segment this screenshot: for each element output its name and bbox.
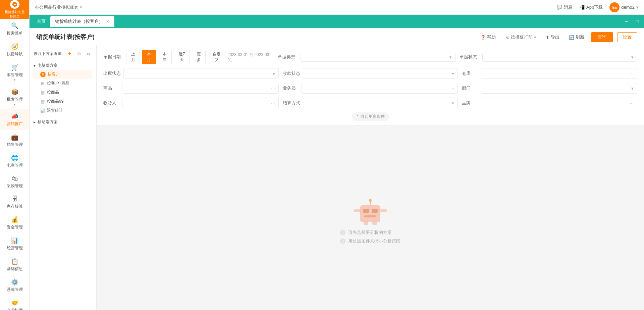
- salesperson-label: 业务员: [283, 85, 299, 91]
- outbound-label: 出库状态: [103, 70, 121, 76]
- filter-cell-warehouse: 仓库 ···: [462, 68, 637, 79]
- filter-cell-receiver: 收货人 ···: [103, 98, 279, 108]
- scheme-group-mobile: ▸ 移动端方案: [30, 116, 96, 127]
- filter-cell-brand: 品牌 ···: [462, 98, 637, 108]
- order-status-select[interactable]: ▾: [482, 53, 637, 62]
- sidebar-item-search[interactable]: 🔍 搜索菜单: [0, 19, 30, 40]
- payment-select[interactable]: ▾: [303, 68, 458, 79]
- sidebar-item-inventory[interactable]: 🗄 库存核算: [0, 192, 30, 213]
- retail-chevron: ▾: [14, 78, 15, 82]
- user-profile[interactable]: Ea demo2 ▾: [609, 2, 639, 12]
- ecom-icon: 🌐: [11, 154, 18, 162]
- tab-close-btn[interactable]: ✕: [105, 19, 110, 24]
- brand-label: 品牌: [462, 100, 478, 106]
- group-label2: 移动端方案: [38, 119, 58, 125]
- compass-icon: 🧭: [11, 43, 18, 50]
- order-type-select[interactable]: ▾: [301, 53, 455, 62]
- sidebar-item-purchase[interactable]: 🛍 采购管理: [0, 172, 30, 192]
- scheme-add-btn[interactable]: +: [66, 50, 73, 57]
- scheme-group-mobile-title[interactable]: ▸ 移动端方案: [34, 118, 92, 126]
- brand-dots: ···: [630, 100, 634, 106]
- order-type-chevron: ▾: [449, 55, 452, 60]
- message-icon: 💬: [557, 5, 562, 10]
- sidebar-item-retail[interactable]: 🛒 零售管理 ▾: [0, 60, 30, 85]
- sidebar-item-wholesale-label: 批发管理: [7, 97, 23, 102]
- wholesale-chevron: ▴: [14, 102, 15, 106]
- scheme-item-by-goods[interactable]: ▦ 按商品: [34, 88, 92, 97]
- scheme-item-return-stat[interactable]: 📊 退货统计: [34, 106, 92, 115]
- goods99-icon: ▦: [40, 99, 45, 104]
- scheme-settings-btn[interactable]: ⚙: [75, 50, 83, 57]
- export-btn[interactable]: ⬆ 导出: [543, 33, 562, 42]
- scheme-item-by-customer-goods[interactable]: ⊞ 按客户+商品: [34, 79, 92, 88]
- sidebar-item-retail-label: 零售管理: [7, 72, 23, 78]
- date-btn-7days[interactable]: 近7天: [174, 50, 190, 64]
- dept-select[interactable]: ▾: [481, 83, 637, 94]
- svg-rect-9: [364, 221, 368, 225]
- sidebar-item-marketing[interactable]: 📣 营销推广: [0, 109, 30, 130]
- scheme-item-by-customer[interactable]: 客 按客户: [34, 70, 92, 79]
- page-content: 销货单统计表(按客户) ❓ 帮助 🖨 按模板打印 ▾ ⬆ 导出 🔄: [30, 28, 644, 310]
- empty-illustration: [350, 192, 390, 225]
- empty-tip-1: 1 请先选择要分析的方案: [340, 229, 400, 236]
- order-status-label: 单据状态: [460, 54, 478, 60]
- help-label: 帮助: [487, 34, 496, 40]
- scheme-item-label: 按客户: [48, 71, 60, 77]
- date-btn-this-month[interactable]: 本月: [142, 50, 156, 64]
- sidebar-item-ecom[interactable]: 🌐 电商管理: [0, 151, 30, 172]
- salesperson-input[interactable]: ···: [302, 83, 458, 94]
- settlement-select[interactable]: ▾: [303, 98, 458, 108]
- sidebar-item-enterprise[interactable]: 🤝 企业协同: [0, 296, 30, 310]
- outbound-select[interactable]: ▾: [123, 68, 279, 79]
- sidebar-item-base[interactable]: 📋 基础信息: [0, 254, 30, 275]
- tip-num-1: 1: [340, 230, 345, 235]
- tab-minimize-btn[interactable]: ─: [623, 17, 631, 25]
- app-download-btn[interactable]: 📲 App下载: [579, 4, 603, 10]
- tab-home[interactable]: 首页: [32, 16, 50, 27]
- industry-dropdown[interactable]: 办公用品行业模拟账套 ▾: [35, 4, 82, 10]
- sidebar-item-search-label: 搜索菜单: [7, 31, 23, 36]
- date-btn-custom[interactable]: 自定义: [208, 50, 225, 64]
- goods-icon: ▦: [40, 90, 45, 95]
- scheme-item-label2: 按客户+商品: [47, 81, 69, 86]
- brand-input[interactable]: ···: [481, 98, 637, 108]
- sidebar-item-ops-label: 经营管理: [7, 245, 23, 251]
- help-btn[interactable]: ❓ 帮助: [478, 33, 498, 42]
- main-body: 按以下方案查询 + ⚙ ≪ ▾ 电脑端方案 客 按客户: [30, 45, 644, 310]
- sidebar-item-sales[interactable]: 💼 销售管理: [0, 130, 30, 151]
- date-btn-more[interactable]: 更多: [192, 50, 206, 64]
- header-left: 办公用品行业模拟账套 ▾: [35, 4, 82, 10]
- sidebar-item-ops[interactable]: 📊 经营管理: [0, 234, 30, 254]
- scheme-panel-header: 按以下方案查询 + ⚙ ≪: [30, 49, 96, 60]
- print-btn[interactable]: 🖨 按模板打印 ▾: [502, 33, 539, 42]
- tab-sales-stat[interactable]: 销货单统计表（按客户） ✕: [50, 16, 114, 27]
- message-btn[interactable]: 💬 消息: [557, 4, 573, 10]
- scheme-item-by-goods-99[interactable]: ▦ 按商品99: [34, 97, 92, 106]
- refresh-btn[interactable]: 🔄 刷新: [566, 33, 587, 42]
- sidebar-item-finance[interactable]: 💰 资金管理: [0, 213, 30, 234]
- settings-btn[interactable]: 设置: [617, 32, 637, 42]
- date-label: 单据日期: [103, 54, 122, 60]
- collapse-btn[interactable]: ⌃ 收起更多条件: [352, 112, 389, 121]
- receiver-label: 收货人: [103, 100, 119, 106]
- date-group: 上月 本月 本年 近7天 更多 自定义 2023-03-01 至 2023-03…: [126, 50, 274, 64]
- warehouse-input[interactable]: ···: [481, 68, 637, 79]
- export-label: 导出: [551, 34, 559, 40]
- date-btn-this-year[interactable]: 本年: [158, 50, 172, 64]
- date-btn-last-month[interactable]: 上月: [126, 50, 140, 64]
- tab-maximize-btn[interactable]: □: [633, 17, 641, 25]
- refresh-icon: 🔄: [569, 35, 574, 40]
- receiver-input[interactable]: ···: [122, 98, 279, 108]
- scheme-group-desktop-title[interactable]: ▾ 电脑端方案: [34, 61, 92, 70]
- goods-input[interactable]: ···: [122, 83, 279, 94]
- sidebar-item-system[interactable]: ⚙️ 系统管理: [0, 275, 30, 296]
- scheme-item-label3: 按商品: [47, 90, 59, 95]
- top-header: 办公用品行业模拟账套 ▾ 💬 消息 📲 App下载 Ea demo2 ▾: [30, 0, 644, 15]
- scheme-collapse-btn[interactable]: ≪: [85, 50, 92, 57]
- sidebar-item-wholesale[interactable]: 📦 批发管理 ▴: [0, 85, 30, 109]
- scheme-item-label4: 按商品99: [47, 99, 63, 104]
- query-btn[interactable]: 查询: [591, 32, 613, 42]
- export-icon: ⬆: [546, 35, 549, 40]
- finance-icon: 💰: [11, 216, 18, 223]
- sidebar-item-quicknav[interactable]: 🧭 快捷导航: [0, 40, 30, 60]
